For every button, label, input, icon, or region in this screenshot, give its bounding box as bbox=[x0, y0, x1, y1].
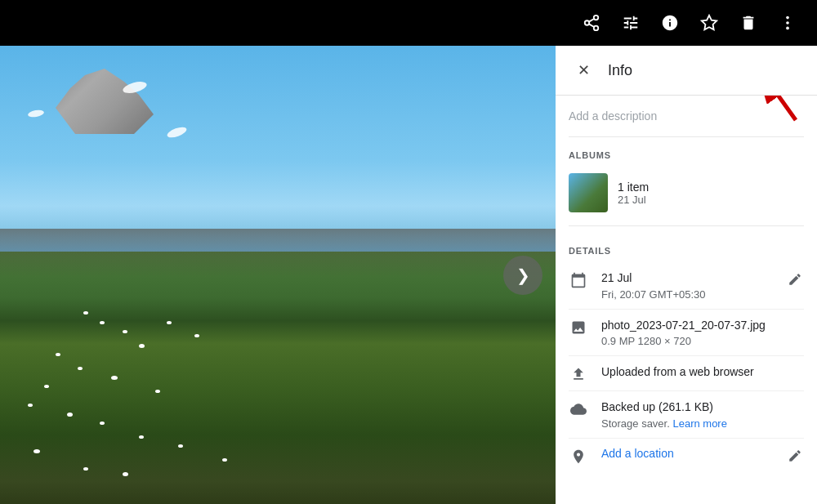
date-row: 21 Jul Fri, 20:07 GMT+05:30 bbox=[569, 262, 804, 310]
location-icon bbox=[569, 448, 588, 465]
filename-content: photo_2023-07-21_20-07-37.jpg 0.9 MP 128… bbox=[601, 318, 804, 348]
sheep-13 bbox=[67, 413, 73, 417]
album-date: 21 Jul bbox=[618, 194, 649, 206]
upload-icon bbox=[569, 366, 588, 382]
svg-point-6 bbox=[786, 16, 789, 20]
star-icon[interactable] bbox=[693, 7, 725, 39]
info-close-button[interactable]: ✕ bbox=[569, 56, 598, 85]
backup-content: Backed up (261.1 KB) Storage saver. Lear… bbox=[601, 399, 804, 430]
add-description-text[interactable]: Add a description bbox=[569, 109, 657, 123]
sheep-7 bbox=[56, 353, 60, 356]
info-title: Info bbox=[608, 62, 632, 79]
album-count: 1 item bbox=[618, 181, 649, 194]
learn-more-link[interactable]: Learn more bbox=[672, 417, 726, 430]
sheep-2 bbox=[100, 321, 105, 324]
storage-saver-prefix: Storage saver. bbox=[601, 417, 672, 430]
close-icon: ✕ bbox=[578, 61, 590, 79]
sheep-17 bbox=[33, 449, 40, 453]
svg-point-8 bbox=[786, 27, 789, 30]
upload-row: Uploaded from a web browser bbox=[569, 356, 804, 391]
sheep-8 bbox=[78, 367, 83, 370]
svg-line-3 bbox=[589, 24, 594, 27]
info-icon[interactable] bbox=[654, 7, 686, 39]
sheep-9 bbox=[111, 376, 118, 380]
info-header: ✕ Info bbox=[556, 46, 817, 96]
backup-sub-text: Storage saver. Learn more bbox=[601, 417, 804, 430]
sheep-12 bbox=[28, 404, 33, 407]
svg-point-7 bbox=[786, 21, 789, 25]
album-info: 1 item 21 Jul bbox=[618, 181, 649, 206]
sheep-5 bbox=[167, 321, 172, 324]
snow-2 bbox=[27, 109, 44, 118]
add-location-text[interactable]: Add a location bbox=[601, 447, 773, 460]
photo-area: ❯ bbox=[0, 46, 556, 504]
details-section: DETAILS 21 Jul Fri, 20:07 GMT+05:30 bbox=[569, 225, 804, 473]
photo-canvas bbox=[0, 46, 556, 504]
info-panel: ✕ Info Add a description bbox=[556, 46, 817, 504]
sheep-11 bbox=[155, 390, 160, 393]
location-edit-icon[interactable] bbox=[786, 447, 804, 465]
filename-row: photo_2023-07-21_20-07-37.jpg 0.9 MP 128… bbox=[569, 310, 804, 357]
date-sub: Fri, 20:07 GMT+05:30 bbox=[601, 288, 773, 301]
sheep-10 bbox=[44, 385, 49, 388]
svg-marker-5 bbox=[702, 16, 717, 29]
photo-background bbox=[0, 46, 556, 504]
image-icon bbox=[569, 319, 588, 336]
location-content[interactable]: Add a location bbox=[601, 447, 773, 460]
sheep-20 bbox=[123, 472, 128, 476]
backup-main-text: Backed up (261.1 KB) bbox=[601, 399, 804, 416]
details-section-label: DETAILS bbox=[569, 246, 804, 256]
rocky-ridge bbox=[0, 229, 556, 278]
albums-section-label: ALBUMS bbox=[569, 150, 804, 160]
backup-row: Backed up (261.1 KB) Storage saver. Lear… bbox=[569, 391, 804, 439]
sheep-18 bbox=[222, 458, 227, 462]
sheep-15 bbox=[139, 435, 144, 439]
calendar-icon bbox=[569, 272, 588, 288]
snow-3 bbox=[166, 125, 188, 140]
album-thumbnail bbox=[569, 173, 608, 212]
album-item[interactable]: 1 item 21 Jul bbox=[569, 167, 804, 219]
cloud-icon bbox=[569, 401, 588, 417]
mountain-peak bbox=[56, 69, 154, 134]
next-button[interactable]: ❯ bbox=[503, 256, 542, 295]
svg-line-4 bbox=[589, 19, 594, 22]
sheep-6 bbox=[194, 334, 199, 337]
date-content: 21 Jul Fri, 20:07 GMT+05:30 bbox=[601, 270, 773, 301]
description-area: Add a description bbox=[569, 96, 804, 137]
chevron-right-icon: ❯ bbox=[516, 265, 530, 285]
upload-source-text: Uploaded from a web browser bbox=[601, 364, 804, 381]
more-vert-icon[interactable] bbox=[771, 7, 804, 39]
sheep-14 bbox=[100, 421, 105, 425]
sheep-1 bbox=[83, 311, 88, 314]
info-body: Add a description ALBUMS bbox=[556, 96, 817, 504]
sheep-16 bbox=[178, 444, 183, 448]
date-edit-icon[interactable] bbox=[786, 270, 804, 288]
filename-text: photo_2023-07-21_20-07-37.jpg bbox=[601, 318, 804, 334]
upload-content: Uploaded from a web browser bbox=[601, 364, 804, 381]
share-icon[interactable] bbox=[575, 7, 608, 39]
sheep-19 bbox=[83, 467, 88, 471]
sheep-4 bbox=[139, 344, 145, 348]
sheep-3 bbox=[123, 330, 127, 333]
location-row: Add a location bbox=[569, 439, 804, 473]
delete-icon[interactable] bbox=[732, 7, 765, 39]
toolbar bbox=[0, 0, 817, 46]
main-content: ❯ ✕ Info Add a description bbox=[0, 46, 817, 504]
tune-icon[interactable] bbox=[614, 7, 647, 39]
date-main: 21 Jul bbox=[601, 270, 773, 287]
file-details: 0.9 MP 1280 × 720 bbox=[601, 335, 804, 347]
